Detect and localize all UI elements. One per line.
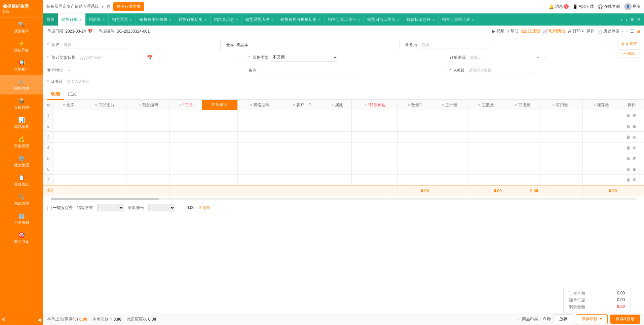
customer-input[interactable] bbox=[62, 41, 129, 48]
online-service-button[interactable]: 🎧 在线客服 bbox=[598, 4, 620, 9]
cell-code-4[interactable] bbox=[126, 143, 169, 153]
cell-avail1-1[interactable] bbox=[504, 110, 540, 121]
tab-sales-stats[interactable]: 销售订单统计表 ✕ bbox=[439, 13, 478, 26]
cell-scan-4[interactable] bbox=[202, 143, 237, 153]
add-product-button[interactable]: + + 物流 bbox=[618, 49, 640, 58]
copy-icon-7[interactable]: ⊞ bbox=[633, 177, 636, 182]
copy-icon-1[interactable]: ⊞ bbox=[633, 113, 636, 118]
scroll-thumb[interactable] bbox=[51, 198, 159, 200]
shortcut-button[interactable]: ⌨ 快捷键 bbox=[521, 28, 540, 34]
sidebar-item-basic-info[interactable]: 📋 基础信息 bbox=[0, 171, 43, 190]
tab-close-all-button[interactable]: ✕ bbox=[636, 16, 642, 23]
tab-close-icon[interactable]: ✕ bbox=[204, 18, 207, 22]
cell-unit-6[interactable] bbox=[351, 164, 397, 175]
tab-sales-workbench[interactable]: 销售订单工作台 ✕ bbox=[325, 13, 364, 26]
cell-code-5[interactable] bbox=[126, 153, 169, 164]
cell-main-qty-7[interactable] bbox=[467, 175, 504, 186]
delete-icon-3[interactable]: 🗑 bbox=[627, 135, 631, 139]
cell-main-qty-3[interactable] bbox=[467, 132, 504, 143]
cell-avail1-2[interactable] bbox=[504, 121, 540, 132]
sort-icon[interactable]: ⇅ bbox=[552, 103, 555, 107]
discard-button[interactable]: 放弃 bbox=[554, 314, 573, 324]
page-next-icon[interactable]: › bbox=[626, 29, 628, 34]
profit-button[interactable]: 📈 毛利预估 bbox=[543, 28, 565, 34]
cell-stock-4[interactable] bbox=[582, 143, 619, 153]
delete-icon-2[interactable]: 🗑 bbox=[627, 124, 631, 129]
scroll-area[interactable] bbox=[43, 196, 644, 202]
sort-icon[interactable]: ⇅ bbox=[364, 103, 367, 107]
cell-warehouse-7[interactable] bbox=[53, 175, 83, 186]
cell-img-7[interactable] bbox=[83, 175, 126, 186]
warehouse-more-icon[interactable]: ··· bbox=[252, 42, 255, 47]
sidebar-item-quick-nav[interactable]: ⚡ 快捷导航 bbox=[0, 37, 43, 56]
invoice-select[interactable]: 不开票 ▾ bbox=[271, 53, 338, 62]
tab-close-icon[interactable]: ✕ bbox=[432, 18, 435, 22]
cell-main-unit-5[interactable] bbox=[431, 153, 467, 164]
cell-code-1[interactable] bbox=[126, 110, 169, 121]
tab-close-icon[interactable]: ✕ bbox=[169, 18, 172, 22]
cell-main-qty-6[interactable] bbox=[467, 164, 504, 175]
delivery-date-input[interactable] bbox=[78, 54, 145, 61]
cell-unit-2[interactable] bbox=[351, 121, 397, 132]
cell-img-5[interactable] bbox=[83, 153, 126, 164]
operation-button[interactable]: 操作 bbox=[586, 28, 595, 34]
tab-more-button[interactable]: ≡ bbox=[630, 16, 635, 23]
copy-icon-6[interactable]: ⊞ bbox=[633, 167, 636, 172]
settings-bottom-icon[interactable]: ⚙ bbox=[2, 317, 6, 322]
cell-stock-5[interactable] bbox=[582, 153, 619, 164]
tab-sales-order[interactable]: 销售订单 ✕ bbox=[58, 13, 85, 26]
cell-qty2-7[interactable] bbox=[397, 175, 431, 186]
cell-customer-1[interactable] bbox=[281, 110, 322, 121]
order-source-more-icon[interactable]: ··· bbox=[542, 55, 546, 60]
industry-plan-button[interactable]: 体验行业方案 bbox=[113, 2, 144, 11]
cell-avail1-5[interactable] bbox=[504, 153, 540, 164]
delete-icon-5[interactable]: 🗑 bbox=[627, 156, 631, 161]
sort-icon[interactable]: ⇅ bbox=[63, 103, 65, 107]
cell-main-qty-2[interactable] bbox=[467, 121, 504, 132]
cell-warehouse-5[interactable] bbox=[53, 153, 83, 164]
cell-product-4[interactable] bbox=[169, 143, 202, 153]
sort-icon[interactable]: ⇅ bbox=[95, 103, 98, 107]
tab-close-icon[interactable]: ✕ bbox=[79, 18, 82, 22]
customer-more-icon[interactable]: ··· bbox=[132, 42, 136, 47]
sort-icon[interactable]: ⇅ bbox=[250, 103, 252, 107]
history-button[interactable]: 📄 历史单据 bbox=[597, 28, 619, 34]
tab-cash-reconcile[interactable]: 钱货日清对账 ✕ bbox=[403, 13, 439, 26]
cell-attr-1[interactable] bbox=[322, 110, 352, 121]
cell-warehouse-2[interactable] bbox=[53, 121, 83, 132]
cell-main-qty-1[interactable] bbox=[467, 110, 504, 121]
tab-close-icon[interactable]: ✕ bbox=[129, 18, 132, 22]
cell-scan-7[interactable] bbox=[202, 175, 237, 186]
cell-qty2-1[interactable] bbox=[397, 110, 431, 121]
cell-customer-2[interactable] bbox=[281, 121, 322, 132]
copy-icon-3[interactable]: ⊞ bbox=[633, 135, 636, 139]
topbar-dropdown-icon[interactable]: ▾ bbox=[102, 4, 104, 9]
cell-stock-3[interactable] bbox=[582, 132, 619, 143]
cell-avail2-3[interactable] bbox=[540, 132, 583, 143]
cell-customer-6[interactable] bbox=[281, 164, 322, 175]
cell-stock-6[interactable] bbox=[582, 164, 619, 175]
tab-close-icon[interactable]: ✕ bbox=[235, 18, 238, 22]
cell-main-unit-2[interactable] bbox=[431, 121, 467, 132]
cell-main-unit-1[interactable] bbox=[431, 110, 467, 121]
cell-qty2-2[interactable] bbox=[397, 121, 431, 132]
cell-product-7[interactable] bbox=[169, 175, 202, 186]
address-more-icon[interactable]: ··· bbox=[67, 68, 70, 73]
sidebar-item-marketing[interactable]: 📢 营销推广 bbox=[0, 56, 43, 75]
tab-close-icon[interactable]: ✕ bbox=[357, 18, 360, 22]
grid-view-icon[interactable]: ⊞ bbox=[637, 29, 640, 34]
cell-qty2-3[interactable] bbox=[397, 132, 431, 143]
product-count-icon[interactable]: ○ bbox=[518, 317, 520, 322]
salesman-more-icon[interactable]: ··· bbox=[490, 42, 493, 47]
cell-scan-3[interactable] bbox=[202, 132, 237, 143]
topbar-settings-icon[interactable]: ⚙ bbox=[106, 4, 111, 9]
b-project-input[interactable] bbox=[64, 78, 119, 85]
tab-expense-history[interactable]: 销售费用分摊单历史 ✕ bbox=[277, 13, 325, 26]
help-col-icon[interactable]: ? bbox=[309, 103, 311, 107]
sidebar-item-operations[interactable]: ⚙️ 经营管理 bbox=[0, 152, 43, 171]
cell-product-6[interactable] bbox=[169, 164, 202, 175]
cell-avail2-1[interactable] bbox=[540, 110, 583, 121]
cell-code-6[interactable] bbox=[126, 164, 169, 175]
cell-attr-2[interactable] bbox=[322, 121, 352, 132]
cell-qty2-6[interactable] bbox=[397, 164, 431, 175]
